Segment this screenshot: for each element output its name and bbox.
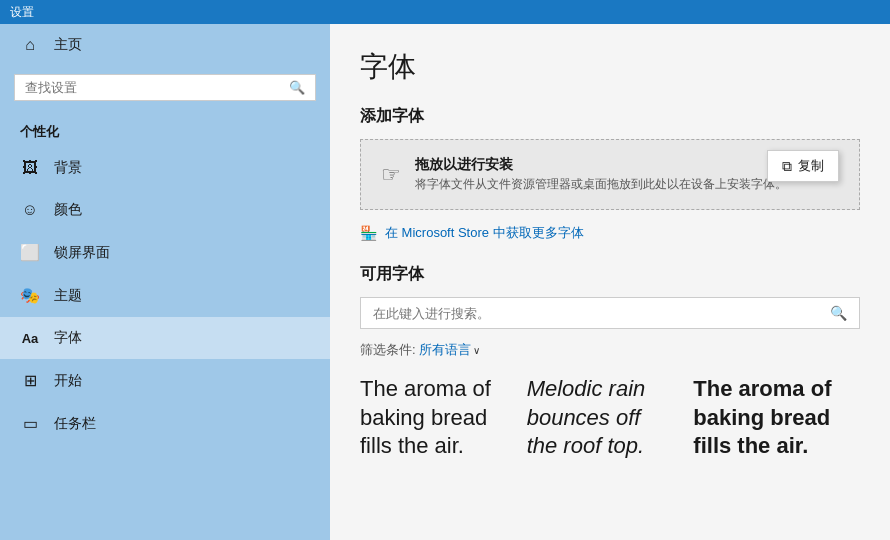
- font-search-input[interactable]: [373, 306, 830, 321]
- sidebar-start-label: 开始: [54, 372, 82, 390]
- sidebar-item-font[interactable]: Aa 字体: [0, 317, 330, 359]
- sidebar-item-lockscreen[interactable]: ⬜ 锁屏界面: [0, 231, 330, 274]
- font-search-box[interactable]: 🔍: [360, 297, 860, 329]
- background-icon: 🖼: [20, 159, 40, 177]
- sidebar-item-color[interactable]: ☺ 颜色: [0, 189, 330, 231]
- drop-cursor-icon: ☞: [381, 162, 401, 188]
- sidebar-color-label: 颜色: [54, 201, 82, 219]
- font-icon: Aa: [20, 331, 40, 346]
- drop-zone-sub-text: 将字体文件从文件资源管理器或桌面拖放到此处以在设备上安装字体。: [415, 176, 787, 193]
- sidebar-lockscreen-label: 锁屏界面: [54, 244, 110, 262]
- home-icon: ⌂: [20, 36, 40, 54]
- drop-zone-text-container: 拖放以进行安装 将字体文件从文件资源管理器或桌面拖放到此处以在设备上安装字体。: [415, 156, 787, 193]
- content-area: 字体 添加字体 ☞ 拖放以进行安装 将字体文件从文件资源管理器或桌面拖放到此处以…: [330, 24, 890, 540]
- store-icon: 🏪: [360, 225, 377, 241]
- title-bar: 设置: [0, 0, 890, 24]
- sidebar-item-start[interactable]: ⊞ 开始: [0, 359, 330, 402]
- store-link[interactable]: 🏪 在 Microsoft Store 中获取更多字体: [360, 224, 860, 242]
- theme-icon: 🎭: [20, 286, 40, 305]
- filter-row: 筛选条件: 所有语言 ∨: [360, 341, 860, 359]
- start-icon: ⊞: [20, 371, 40, 390]
- add-font-section-title: 添加字体: [360, 106, 860, 127]
- font-preview-text-3: The aroma of baking bread fills the air.: [693, 375, 840, 461]
- sidebar-search[interactable]: 🔍: [14, 74, 316, 101]
- sidebar-item-taskbar[interactable]: ▭ 任务栏: [0, 402, 330, 445]
- font-card-1[interactable]: The aroma of baking bread fills the air.: [360, 375, 527, 461]
- tooltip-label: 复制: [798, 157, 824, 175]
- sidebar-theme-label: 主题: [54, 287, 82, 305]
- sidebar-background-label: 背景: [54, 159, 82, 177]
- title-bar-label: 设置: [10, 4, 34, 21]
- color-icon: ☺: [20, 201, 40, 219]
- chevron-down-icon: ∨: [473, 345, 480, 356]
- sidebar-item-home[interactable]: ⌂ 主页: [0, 24, 330, 66]
- taskbar-icon: ▭: [20, 414, 40, 433]
- font-preview-text-1: The aroma of baking bread fills the air.: [360, 375, 507, 461]
- main-container: ⌂ 主页 🔍 个性化 🖼 背景 ☺ 颜色 ⬜ 锁屏界面 🎭 主题 Aa: [0, 24, 890, 540]
- store-link-text: 在 Microsoft Store 中获取更多字体: [385, 224, 584, 242]
- font-search-icon: 🔍: [830, 305, 847, 321]
- page-title: 字体: [360, 48, 860, 86]
- filter-value[interactable]: 所有语言: [419, 341, 471, 359]
- lockscreen-icon: ⬜: [20, 243, 40, 262]
- sidebar: ⌂ 主页 🔍 个性化 🖼 背景 ☺ 颜色 ⬜ 锁屏界面 🎭 主题 Aa: [0, 24, 330, 540]
- sidebar-item-background[interactable]: 🖼 背景: [0, 147, 330, 189]
- font-preview-text-2: Melodic rain bounces off the roof top.: [527, 375, 674, 461]
- sidebar-search-icon: 🔍: [289, 80, 305, 95]
- sidebar-section-label: 个性化: [0, 113, 330, 147]
- filter-label: 筛选条件:: [360, 341, 416, 359]
- font-preview-grid: The aroma of baking bread fills the air.…: [360, 375, 860, 461]
- sidebar-search-input[interactable]: [25, 80, 289, 95]
- copy-tooltip: ⧉ 复制: [767, 150, 839, 182]
- drop-zone-main-text: 拖放以进行安装: [415, 156, 787, 174]
- sidebar-font-label: 字体: [54, 329, 82, 347]
- drop-zone[interactable]: ☞ 拖放以进行安装 将字体文件从文件资源管理器或桌面拖放到此处以在设备上安装字体…: [360, 139, 860, 210]
- font-card-3[interactable]: The aroma of baking bread fills the air.: [693, 375, 860, 461]
- sidebar-item-theme[interactable]: 🎭 主题: [0, 274, 330, 317]
- font-card-2[interactable]: Melodic rain bounces off the roof top.: [527, 375, 694, 461]
- copy-icon: ⧉: [782, 158, 792, 175]
- sidebar-home-label: 主页: [54, 36, 82, 54]
- available-fonts-title: 可用字体: [360, 264, 860, 285]
- sidebar-taskbar-label: 任务栏: [54, 415, 96, 433]
